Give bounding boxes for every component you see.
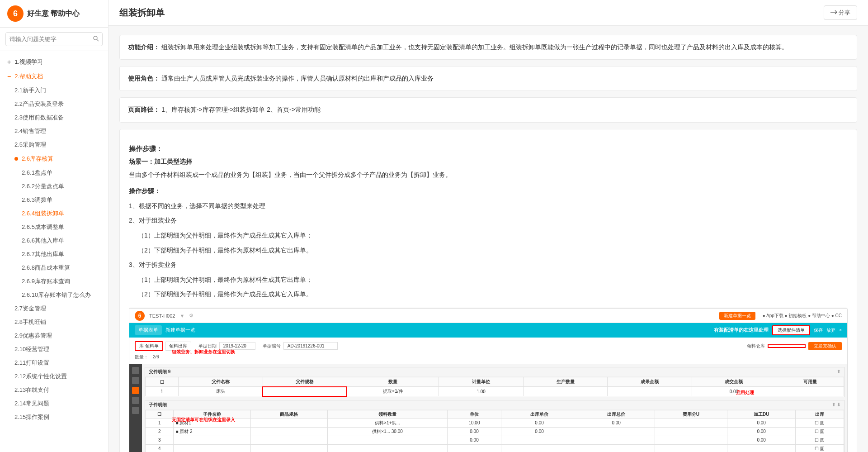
mock-left-strip	[129, 364, 142, 452]
scene1-label: 场景一：加工类型选择	[129, 158, 848, 166]
mock-td-punit1: 1.00	[439, 387, 523, 396]
sidebar-item-finance[interactable]: 2.7资金管理	[0, 302, 108, 315]
svg-line-1	[97, 39, 99, 41]
mock-left-icon5	[132, 407, 139, 414]
mock-lower-label: 子件明细	[149, 402, 167, 408]
sidebar: 6 好生意 帮助中心 + 1.视频学习 − 2.帮助文档 2.1新手入门 2.2…	[0, 0, 108, 452]
mock-sub-td4-4	[327, 444, 448, 452]
mock-dropdown-arrow: ▼	[179, 313, 184, 319]
mock-sub-th4: 领料数量	[327, 410, 448, 419]
mock-lower-actions: ⬆ ⬇	[832, 402, 840, 407]
sidebar-item-inventory[interactable]: 2.6库存核算	[0, 152, 108, 166]
mock-apps-label: ● App下载 ● 初始模板 ● 帮助中心 ● CC	[763, 313, 842, 319]
mock-sub-th8: 费用分U	[655, 410, 727, 419]
mock-sub-td4-9	[727, 444, 796, 452]
sidebar-item-mobile[interactable]: 2.8手机旺铺	[0, 315, 108, 329]
mock-sub-th6: 出库单价	[501, 410, 578, 419]
sidebar-item-partial-check[interactable]: 2.6.2分量盘点单	[0, 180, 108, 193]
mock-sub-td4-10: ☐ 図	[796, 444, 844, 452]
mock-sub-td2-6: 0.00	[501, 427, 578, 436]
sidebar-item-cost-adjust[interactable]: 2.6.5成本调整单	[0, 220, 108, 234]
mock-sub-td4-1: 4	[146, 444, 174, 452]
mock-sub-td3-8	[655, 436, 727, 444]
search-input[interactable]	[6, 33, 89, 45]
scene1-desc: 当由多个子件材料组装成一个成品的业务为【组装】业务，当由一个父件拆分成多个子产品…	[129, 169, 848, 181]
share-button[interactable]: 分享	[824, 5, 857, 20]
mock-sub-td1-8	[655, 419, 727, 427]
mock-sub-td2-10: ☐ 図	[796, 427, 844, 436]
sidebar-item-purchase[interactable]: 2.5采购管理	[0, 138, 108, 152]
mock-sub-td2-9: 0.00	[727, 427, 796, 436]
mock-sub-td1-5: 10.00	[448, 419, 501, 427]
sidebar-item-videos[interactable]: + 1.视频学习	[0, 55, 108, 69]
sidebar-item-adjust[interactable]: 2.6.3调拨单	[0, 193, 108, 207]
sidebar-item-cases[interactable]: 2.15操作案例	[0, 410, 108, 424]
sidebar-item-sales[interactable]: 2.4销售管理	[0, 124, 108, 138]
sidebar-item-online-pay[interactable]: 2.13在线支付	[0, 383, 108, 397]
mock-sub-td2-1: 2	[146, 427, 174, 436]
role-block: 使用角色： 通常由生产人员或库管人员完成拆装业务的操作，库管人员确认原材料的出库…	[119, 66, 857, 91]
mock-form-row2: 数量： 2/6	[135, 354, 842, 360]
search-icon	[93, 35, 99, 42]
mock-th-avail: 可用量	[776, 377, 844, 387]
mock-sub-td3-9: 0.00	[727, 436, 796, 444]
mock-td-result1	[608, 387, 692, 396]
mock-sub-td4-6	[501, 444, 578, 452]
mock-sub-td1-9: 0.00	[727, 419, 796, 427]
mock-choose-btn: 选择配件清单	[772, 325, 810, 335]
sidebar-item-cost-recalc[interactable]: 2.6.8商品成本重算	[0, 261, 108, 275]
mock-order-no-label: 单据编号	[263, 343, 281, 349]
mock-sub-th5: 单位	[448, 410, 501, 419]
mock-sub-td2-3	[250, 427, 327, 436]
mock-sub-td2-8	[655, 427, 727, 436]
mock-sub-td1-3	[250, 419, 327, 427]
mock-warehouse-value	[768, 344, 806, 348]
sidebar-item-coupon[interactable]: 2.9优惠券管理	[0, 329, 108, 343]
sidebar-item-personalize[interactable]: 2.12系统个性化设置	[0, 370, 108, 383]
sidebar-item-print[interactable]: 2.11打印设置	[0, 356, 108, 370]
path-text: 1、库存核算->库存管理->组装拆卸单 2、首页->常用功能	[161, 106, 321, 113]
sidebar-item-assembly[interactable]: 2.6.4组装拆卸单	[0, 207, 108, 220]
mock-sub-td4-3	[250, 444, 327, 452]
mock-close: ×	[839, 328, 842, 333]
mock-sub-td1-10: ☐ 図	[796, 419, 844, 427]
mock-sub-td1-7: 0.00	[578, 419, 655, 427]
intro-text: 组装拆卸单用来处理企业组装或拆卸等加工业务，支持有固定装配清单的产品加工业务，也…	[161, 43, 788, 51]
mock-warehouse-row: 领料仓库 立发充确认	[747, 342, 842, 350]
mock-td-pspec1	[263, 387, 347, 396]
sidebar-item-stock-error[interactable]: 2.6.10库存账本错了怎么办	[0, 288, 108, 302]
step3-2: （2）下部明细为子件明细，最终作为产成品生成其它入库单。	[129, 288, 848, 300]
mock-sub-td3-4	[327, 436, 448, 444]
mock-sub-td2-5: 0.00	[448, 427, 501, 436]
sidebar-item-install[interactable]: 2.2产品安装及登录	[0, 97, 108, 111]
mock-sub-td2-2: ■ 原材 2	[174, 427, 250, 436]
page-title: 组装拆卸单	[119, 7, 165, 19]
path-label: 页面路径：	[128, 106, 160, 113]
sidebar-item-faq[interactable]: 2.14常见问题	[0, 397, 108, 410]
mock-new-record-btn: 新建单据一览	[719, 312, 755, 320]
mock-sub-td3-1: 3	[146, 436, 174, 444]
sidebar-item-other-out[interactable]: 2.6.7其他出库单	[0, 247, 108, 261]
sidebar-item-stock-query[interactable]: 2.6.9库存账本查询	[0, 275, 108, 288]
mock-lower-header: 子件明细 ⬆ ⬇	[145, 400, 844, 410]
sidebar-search-area	[0, 28, 108, 51]
mock-order-no-field: 单据编号 AD-20191226-001	[263, 342, 338, 350]
sidebar-item-data-prep[interactable]: 2.3使用前数据准备	[0, 111, 108, 124]
mock-annotation1: 组装业务、拆卸业务在这里切换	[172, 349, 235, 355]
sidebar-item-operation[interactable]: 2.10经营管理	[0, 343, 108, 356]
mock-th-prod-qty: 生产数量	[523, 377, 607, 387]
sidebar-item-newbie[interactable]: 2.1新手入门	[0, 84, 108, 97]
mock-sub-td3-2	[174, 436, 250, 444]
mock-warehouse-label: 领料仓库	[747, 343, 765, 349]
mock-logo: 6	[135, 311, 145, 321]
sidebar-item-docs[interactable]: − 2.帮助文档	[0, 69, 108, 84]
sidebar-item-other-in[interactable]: 2.6.6其他入库单	[0, 234, 108, 247]
sidebar-logo: 6 好生意 帮助中心	[0, 0, 108, 28]
sidebar-item-inventory-check[interactable]: 2.6.1盘点单	[0, 166, 108, 180]
search-button[interactable]	[89, 33, 103, 46]
sidebar-item-label: 2.帮助文档	[14, 72, 43, 81]
mock-sub-th9: 加工DU	[727, 410, 796, 419]
mock-sub-td3-6	[501, 436, 578, 444]
mock-content-area: 父件明细 9 ⬆ ☐ 父件名称 父件规格	[142, 364, 847, 452]
mock-th-parent-name: 父件名称	[179, 377, 263, 387]
